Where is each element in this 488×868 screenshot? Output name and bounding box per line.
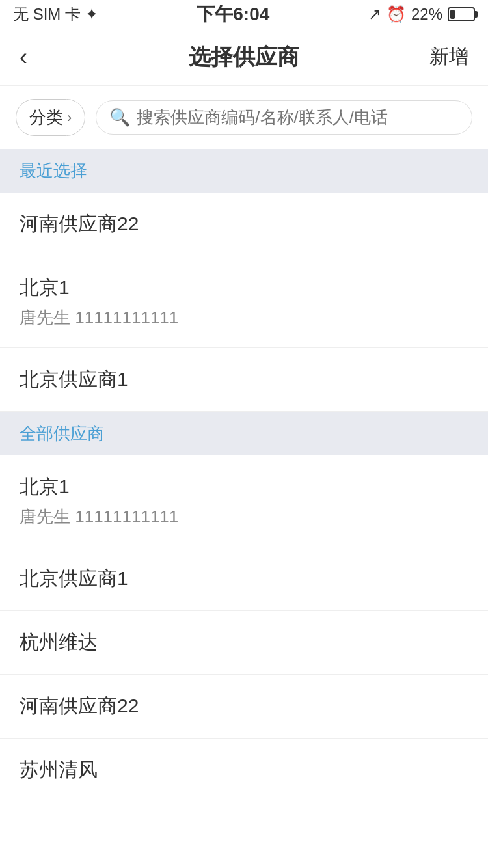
all-section-label: 全部供应商	[20, 424, 104, 443]
recent-section-label: 最近选择	[20, 161, 87, 180]
list-item[interactable]: 河南供应商22	[0, 193, 488, 256]
new-action-button[interactable]: 新增	[429, 44, 468, 70]
location-icon: ↗	[368, 5, 381, 23]
list-item[interactable]: 苏州清风	[0, 739, 488, 802]
chevron-right-icon: ›	[67, 109, 72, 126]
list-item-name: 杭州维达	[20, 629, 468, 656]
category-filter-button[interactable]: 分类 ›	[16, 99, 85, 136]
nav-bar: ‹ 选择供应商 新增	[0, 29, 488, 86]
list-item-name: 北京1	[20, 275, 468, 301]
filter-bar: 分类 › 🔍	[0, 86, 488, 149]
list-item[interactable]: 北京1唐先生 11111111111	[0, 455, 488, 547]
list-item-sub: 唐先生 11111111111	[20, 506, 468, 528]
battery-icon	[448, 7, 475, 21]
all-section-header: 全部供应商	[0, 412, 488, 455]
status-time: 下午6:04	[197, 2, 269, 27]
alarm-icon: ⏰	[386, 5, 406, 23]
list-item-name: 河南供应商22	[20, 693, 468, 720]
category-label: 分类	[29, 106, 63, 129]
search-input[interactable]	[137, 107, 459, 128]
list-item[interactable]: 北京供应商1	[0, 348, 488, 412]
list-item[interactable]: 河南供应商22	[0, 675, 488, 739]
status-bar: 无 SIM 卡 ✦ 下午6:04 ↗ ⏰ 22%	[0, 0, 488, 29]
list-item[interactable]: 杭州维达	[0, 611, 488, 675]
back-button[interactable]: ‹	[20, 44, 59, 71]
status-right: ↗ ⏰ 22%	[368, 5, 475, 23]
list-item-name: 河南供应商22	[20, 211, 468, 237]
list-item-name: 北京供应商1	[20, 565, 468, 592]
battery-percent: 22%	[411, 5, 442, 23]
list-item-sub: 唐先生 11111111111	[20, 306, 468, 329]
list-item-name: 北京1	[20, 474, 468, 500]
list-item-name: 苏州清风	[20, 757, 468, 783]
recent-section-header: 最近选择	[0, 149, 488, 193]
search-box[interactable]: 🔍	[96, 100, 472, 135]
list-item[interactable]: 北京供应商1	[0, 547, 488, 611]
all-items-list: 北京1唐先生 11111111111北京供应商1杭州维达河南供应商22苏州清风	[0, 455, 488, 802]
list-item[interactable]: 北京1唐先生 11111111111	[0, 256, 488, 348]
search-icon: 🔍	[109, 107, 130, 128]
page-title: 选择供应商	[189, 42, 299, 72]
list-item-name: 北京供应商1	[20, 366, 468, 393]
recent-items-list: 河南供应商22北京1唐先生 11111111111北京供应商1	[0, 193, 488, 412]
status-left: 无 SIM 卡 ✦	[13, 4, 98, 25]
sim-status: 无 SIM 卡 ✦	[13, 4, 98, 25]
